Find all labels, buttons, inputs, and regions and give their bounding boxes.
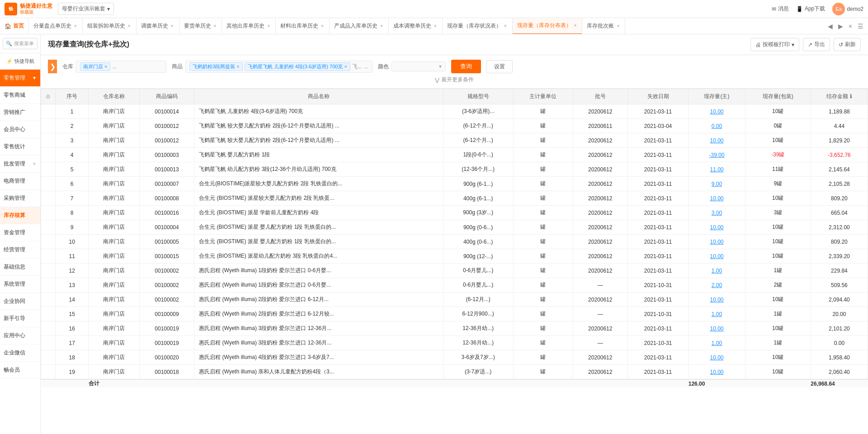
tab-cost-adjust[interactable]: 成本调整单历史 ×	[389, 18, 443, 34]
sidebar-item-marketing[interactable]: 营销推广	[0, 104, 40, 121]
export-button[interactable]: ↗ 导出	[803, 38, 830, 51]
workspace-selector[interactable]: 母婴行业演示账套 ▾	[58, 3, 114, 15]
product-tag-container[interactable]: 飞鹤奶粉3段两提装 × 飞鹤星飞帆 儿童奶粉 4段(3-6岁适用) 700克 ×…	[185, 61, 373, 73]
row-qty-main[interactable]: 1.00	[689, 307, 745, 321]
sidebar-item-retail-store[interactable]: 零售商城	[0, 87, 40, 104]
query-button[interactable]: 查询	[451, 60, 481, 73]
sidebar-search-box[interactable]: 🔍 搜索菜单	[3, 38, 38, 49]
row-qty-main[interactable]: 2.00	[689, 278, 745, 292]
tab-other-out[interactable]: 其他出库单历史 ×	[222, 18, 276, 34]
row-settings[interactable]	[41, 206, 56, 220]
tab-other-out-close[interactable]: ×	[266, 23, 271, 29]
row-qty-main[interactable]: 10.00	[689, 321, 745, 336]
tab-prev-button[interactable]: ◀	[826, 22, 835, 31]
sidebar-item-membership[interactable]: 畅会员	[0, 362, 40, 379]
color-tag-container[interactable]: ▾	[392, 61, 446, 71]
sidebar-item-retail-stats[interactable]: 零售统计	[0, 138, 40, 156]
row-settings[interactable]	[41, 292, 56, 307]
row-settings[interactable]	[41, 365, 56, 380]
sidebar-item-procurement[interactable]: 采购管理	[0, 190, 40, 207]
settings-button[interactable]: 设置	[486, 60, 513, 73]
row-qty-main[interactable]: 10.00	[689, 133, 745, 148]
row-settings[interactable]	[41, 119, 56, 133]
filter-expand-more[interactable]: ⋁ 展开更多条件	[48, 76, 861, 84]
row-settings[interactable]	[41, 235, 56, 249]
tab-inventory-distribution[interactable]: 现存量（库存分布表） ×	[513, 18, 583, 34]
warehouse-tag-1[interactable]: 南岸门店 ×	[80, 62, 110, 71]
row-settings[interactable]	[41, 307, 56, 321]
row-qty-main[interactable]: -39.00	[689, 148, 745, 162]
row-settings[interactable]	[41, 220, 56, 235]
tab-cost-adjust-close[interactable]: ×	[433, 23, 438, 29]
product-tag-2-close[interactable]: ×	[344, 64, 347, 69]
tab-product-in-close[interactable]: ×	[379, 23, 384, 29]
tab-want-history[interactable]: 要货单历史 ×	[179, 18, 222, 34]
row-qty-main[interactable]: 3.00	[689, 206, 745, 220]
tab-mix-close[interactable]: ×	[170, 23, 175, 29]
tab-product-in[interactable]: 产成品入库单历史 ×	[330, 18, 389, 34]
row-settings[interactable]	[41, 350, 56, 365]
row-qty-main[interactable]: 10.00	[689, 220, 745, 235]
sidebar-item-enterprise[interactable]: 企业协同	[0, 293, 40, 310]
tab-split-inventory[interactable]: 分量盘点单历史 ×	[29, 18, 83, 34]
sidebar-item-operations[interactable]: 经营管理	[0, 241, 40, 259]
row-qty-main[interactable]: 10.00	[689, 104, 745, 119]
tab-inventory-warehouse-close[interactable]: ×	[503, 23, 508, 29]
filter-expand-toggle[interactable]: ❯	[48, 60, 57, 73]
template-print-button[interactable]: 🖨 按模板打印 ▾	[750, 38, 799, 51]
row-settings[interactable]	[41, 148, 56, 162]
sidebar-item-inventory-check[interactable]: 库存核算	[0, 207, 40, 224]
tab-split-inventory-close[interactable]: ×	[73, 23, 78, 29]
tab-menu-button[interactable]: ☰	[856, 22, 865, 31]
sidebar-item-guide[interactable]: 新手引导	[0, 310, 40, 327]
row-qty-main[interactable]: 1.00	[689, 264, 745, 278]
product-tag-1[interactable]: 飞鹤奶粉3段两提装 ×	[189, 62, 243, 71]
app-download-button[interactable]: 📱 App下载	[796, 5, 825, 13]
row-qty-main[interactable]: 0.00	[689, 119, 745, 133]
row-settings[interactable]	[41, 177, 56, 191]
tab-next-button[interactable]: ▶	[836, 22, 845, 31]
tab-inventory-distribution-close[interactable]: ×	[573, 23, 578, 28]
tab-batch-ledger-close[interactable]: ×	[616, 23, 620, 29]
warehouse-tag-container[interactable]: 南岸门店 × ...	[76, 61, 166, 73]
row-qty-main[interactable]: 1.00	[689, 336, 745, 350]
settings-icon[interactable]: ⚙	[46, 94, 51, 100]
row-qty-main[interactable]: 10.00	[689, 292, 745, 307]
table-wrapper[interactable]: ⚙ 序号 仓库名称 商品编码 商品名称 规格型号 主计量单位 批号 失效日期 现…	[41, 89, 868, 434]
sidebar-item-basic-info[interactable]: 基础信息	[0, 259, 40, 276]
tab-disassemble-close[interactable]: ×	[127, 23, 132, 29]
row-settings[interactable]	[41, 321, 56, 336]
refresh-button[interactable]: ↺ 刷新	[834, 38, 861, 51]
message-button[interactable]: ✉ 消息	[772, 5, 789, 13]
user-area[interactable]: Ea demo2	[832, 3, 863, 15]
row-qty-main[interactable]: 9.00	[689, 177, 745, 191]
row-qty-main[interactable]: 10.00	[689, 365, 745, 380]
sidebar-item-batch-management[interactable]: 批发管理 ▼	[0, 156, 40, 173]
settings-col-header[interactable]: ⚙	[41, 89, 56, 104]
row-settings[interactable]	[41, 336, 56, 350]
row-qty-main[interactable]: 10.00	[689, 350, 745, 365]
row-settings[interactable]	[41, 104, 56, 119]
sidebar-item-finance[interactable]: 资金管理	[0, 224, 40, 241]
row-settings[interactable]	[41, 191, 56, 206]
sidebar-item-quick-nav[interactable]: ⚡ 快捷导航	[0, 55, 40, 67]
tab-material-out[interactable]: 材料出库单历史 ×	[276, 18, 330, 34]
row-qty-main[interactable]: 10.00	[689, 249, 745, 264]
row-settings[interactable]	[41, 133, 56, 148]
row-settings[interactable]	[41, 249, 56, 264]
tab-material-out-close[interactable]: ×	[320, 23, 325, 29]
row-settings[interactable]	[41, 162, 56, 177]
sidebar-item-retail-management[interactable]: 零售管理 ▼	[0, 70, 40, 87]
sidebar-item-system[interactable]: 系统管理	[0, 276, 40, 293]
tab-mix-history[interactable]: 调拨单历史 ×	[137, 18, 179, 34]
sidebar-item-member-center[interactable]: 会员中心	[0, 121, 40, 138]
warehouse-tag-1-close[interactable]: ×	[104, 64, 107, 69]
row-qty-main[interactable]: 10.00	[689, 235, 745, 249]
product-tag-1-close[interactable]: ×	[236, 64, 239, 69]
row-settings[interactable]	[41, 278, 56, 292]
product-tag-2[interactable]: 飞鹤星飞帆 儿童奶粉 4段(3-6岁适用) 700克 ×	[245, 62, 350, 71]
tab-inventory-warehouse[interactable]: 现存量（库存状况表） ×	[443, 18, 513, 34]
tab-home[interactable]: 🏠 首页	[0, 18, 29, 34]
tab-close-all-button[interactable]: ×	[847, 22, 854, 31]
sidebar-item-app-center[interactable]: 应用中心	[0, 327, 40, 344]
